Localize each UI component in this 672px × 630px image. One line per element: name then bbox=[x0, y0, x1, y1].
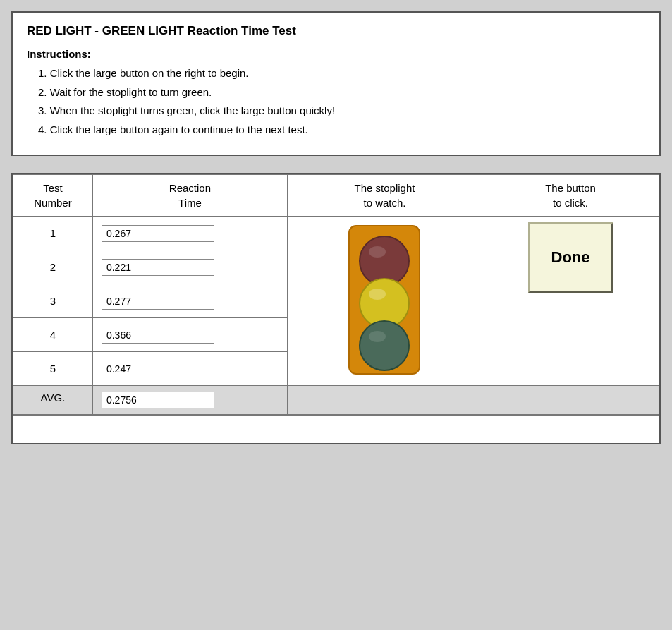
table-footer bbox=[13, 415, 659, 443]
avg-stoplight-placeholder bbox=[287, 386, 482, 415]
page-title: RED LIGHT - GREEN LIGHT Reaction Time Te… bbox=[27, 24, 645, 38]
instruction-step-3: 3. When the stoplight turns green, click… bbox=[38, 103, 645, 119]
reaction-time-input-4[interactable] bbox=[102, 327, 214, 344]
header-stoplight: The stoplightto watch. bbox=[287, 175, 482, 217]
test-number-cell: 2 bbox=[13, 250, 93, 284]
avg-label: AVG. bbox=[13, 386, 93, 415]
svg-point-6 bbox=[369, 331, 386, 342]
svg-point-4 bbox=[369, 289, 386, 300]
reaction-time-cell bbox=[92, 250, 287, 284]
instructions-list: 1. Click the large button on the right t… bbox=[27, 66, 645, 138]
instruction-step-4: 4. Click the large button again to conti… bbox=[38, 122, 645, 138]
done-button-cell: Done bbox=[482, 217, 659, 386]
avg-input[interactable] bbox=[102, 392, 214, 408]
stoplight-container bbox=[342, 222, 427, 380]
reaction-time-cell bbox=[92, 217, 287, 250]
test-number-cell: 4 bbox=[13, 318, 93, 352]
stoplight-display bbox=[287, 217, 482, 386]
done-button[interactable]: Done bbox=[528, 222, 613, 293]
instructions-box: RED LIGHT - GREEN LIGHT Reaction Time Te… bbox=[11, 11, 661, 156]
avg-button-placeholder bbox=[482, 386, 659, 415]
test-number-cell: 5 bbox=[13, 352, 93, 386]
instructions-subtitle: Instructions: bbox=[27, 48, 645, 60]
header-button: The buttonto click. bbox=[482, 175, 659, 217]
reaction-time-input-3[interactable] bbox=[102, 293, 214, 310]
avg-value-cell bbox=[92, 386, 287, 415]
reaction-time-input-5[interactable] bbox=[102, 361, 214, 377]
results-table: TestNumber ReactionTime The stoplightto … bbox=[13, 174, 659, 415]
reaction-time-input-1[interactable] bbox=[102, 225, 214, 242]
stoplight-svg bbox=[342, 222, 427, 377]
reaction-time-cell bbox=[92, 352, 287, 386]
instruction-step-1: 1. Click the large button on the right t… bbox=[38, 66, 645, 82]
svg-point-2 bbox=[369, 246, 386, 258]
reaction-time-cell bbox=[92, 284, 287, 318]
average-row: AVG. bbox=[13, 386, 659, 415]
reaction-time-input-2[interactable] bbox=[102, 259, 214, 276]
svg-point-5 bbox=[360, 321, 409, 370]
test-number-cell: 3 bbox=[13, 284, 93, 318]
reaction-time-cell bbox=[92, 318, 287, 352]
table-row: 1 bbox=[13, 217, 659, 250]
header-reaction-time: ReactionTime bbox=[92, 175, 287, 217]
instruction-step-2: 2. Wait for the stoplight to turn green. bbox=[38, 85, 645, 101]
page-wrapper: RED LIGHT - GREEN LIGHT Reaction Time Te… bbox=[11, 11, 661, 444]
table-box: TestNumber ReactionTime The stoplightto … bbox=[11, 173, 661, 444]
header-test-number: TestNumber bbox=[13, 175, 93, 217]
test-number-cell: 1 bbox=[13, 217, 93, 250]
